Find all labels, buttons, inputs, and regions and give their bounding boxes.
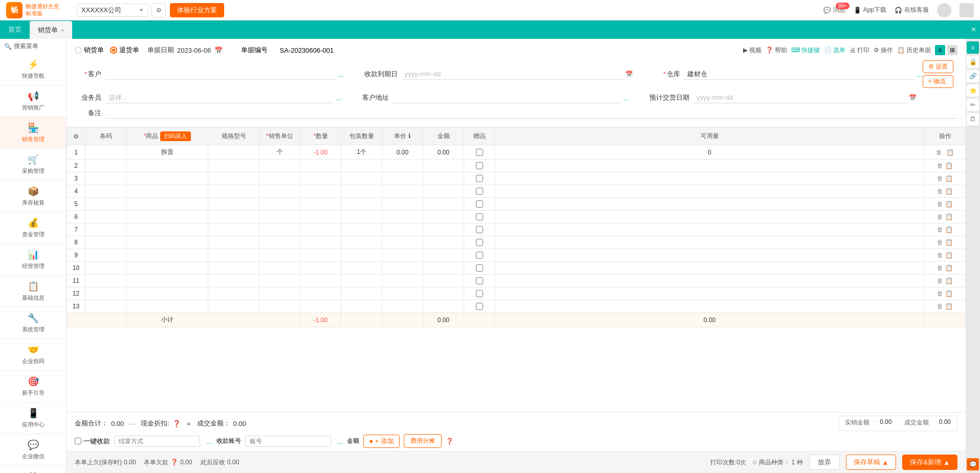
print-btn[interactable]: 🖨 打印 [850,46,869,55]
save-draft-button[interactable]: 保存草稿 ▲ [846,455,897,470]
sidebar-item-marketing[interactable]: 📢 营销推广 [0,85,66,117]
gift-checkbox-2[interactable] [476,162,483,169]
copy-icon-13[interactable]: 📋 [945,303,953,310]
right-panel-btn-6[interactable]: 🗒 [967,113,979,125]
delete-icon-13[interactable]: 🗑 [937,303,943,310]
warehouse-input[interactable] [684,69,914,80]
copy-icon-12[interactable]: 📋 [945,290,953,297]
sidebar-item-wechat[interactable]: 💬 企业微信 [0,434,66,466]
delete-icon-12[interactable]: 🗑 [937,290,943,297]
save-new-button[interactable]: 保存&新增 ▲ [902,455,957,470]
radio-return[interactable]: 退货单 [110,46,139,55]
right-panel-btn-3[interactable]: 🔗 [967,70,979,82]
customer-addr-input[interactable] [393,92,621,103]
footer-help-icon[interactable]: ❓ [446,438,453,445]
gift-checkbox-4[interactable] [476,188,483,195]
nav-close-icon[interactable]: × [971,25,976,34]
copy-icon-3[interactable]: 📋 [945,175,953,182]
gift-checkbox-8[interactable] [476,239,483,246]
online-service-button[interactable]: 🎧 在线客服 [895,6,929,14]
sidebar-item-basic-info[interactable]: 📋 基础信息 [0,276,66,307]
sidebar-item-quick-nav[interactable]: ⚡ 快捷导航 [0,54,66,85]
delete-icon-1[interactable]: 🗑 [936,149,942,156]
delete-icon-3[interactable]: 🗑 [937,175,943,182]
copy-icon-8[interactable]: 📋 [945,239,953,246]
sidebar-item-collab[interactable]: 🤝 企业协同 [0,339,66,371]
sidebar-item-apps[interactable]: 📱 应用中心 [0,402,66,434]
sidebar-item-vip[interactable]: V 畅会员 [0,466,66,473]
video-btn[interactable]: ▶ 视频 [743,46,761,55]
operate-btn[interactable]: ⚙ 操作 [874,46,893,55]
right-panel-btn-2[interactable]: 🔒 [967,56,979,68]
copy-icon-10[interactable]: 📋 [945,264,953,272]
right-panel-btn-1[interactable]: ≡ [967,41,979,54]
gift-checkbox-11[interactable] [476,277,483,284]
balance-owed-help[interactable]: ❓ [170,459,178,466]
delete-icon-10[interactable]: 🗑 [937,264,943,272]
gift-checkbox-10[interactable] [476,264,483,272]
customer-ellipsis[interactable]: ... [338,70,344,78]
delete-icon-6[interactable]: 🗑 [937,213,943,220]
add-button[interactable]: ● + 添加 [363,435,400,448]
remark-input[interactable] [105,107,957,119]
gift-checkbox-7[interactable] [476,226,483,233]
delete-icon-5[interactable]: 🗑 [937,200,943,208]
sidebar-item-system[interactable]: 🔧 系统管理 [0,307,66,339]
salesperson-ellipsis[interactable]: ... [336,94,342,102]
payment-method-ellipsis[interactable]: ... [206,437,212,445]
account-input[interactable] [245,436,331,447]
payment-method-input[interactable] [114,436,200,447]
gift-checkbox-5[interactable] [476,200,483,208]
delete-icon-7[interactable]: 🗑 [937,226,943,233]
one-click-checkbox[interactable] [75,438,81,444]
history-btn[interactable]: 📋 历史单据 [897,46,931,55]
search-menu[interactable]: 🔍 搜索菜单 [0,39,66,54]
expected-date-input[interactable] [693,92,907,103]
list-view-icon[interactable]: ≡ [935,45,945,55]
avatar[interactable] [937,3,951,17]
delete-icon-8[interactable]: 🗑 [937,239,943,246]
trial-button[interactable]: 体验行业方案 [170,3,224,17]
col-settings[interactable]: ⚙ [67,128,85,145]
select-bill-btn[interactable]: 📄 选单 [824,46,845,55]
delete-icon-4[interactable]: 🗑 [937,188,943,195]
shortcut-btn[interactable]: ⌨ 快捷键 [791,46,820,55]
app-download-button[interactable]: 📱 App下载 [854,6,886,14]
abandon-button[interactable]: 放弃 [809,455,840,470]
discount-help-icon[interactable]: ❓ [172,420,181,427]
tab-home[interactable]: 首页 [0,20,30,39]
warehouse-ellipsis[interactable]: ... [917,70,923,78]
scan-button[interactable]: 扫码录入 [160,131,191,141]
radio-sale[interactable]: 销货单 [75,46,104,55]
payment-cal-icon[interactable]: 📅 [625,71,633,78]
right-panel-btn-orange[interactable]: 💬 [967,458,979,470]
sidebar-item-finance[interactable]: 💰 资金管理 [0,212,66,244]
expense-button[interactable]: 费用分摊 [404,434,442,448]
gift-checkbox-9[interactable] [476,252,483,259]
form-settings-button[interactable]: ⚙ 设置 [923,60,953,73]
right-panel-btn-4[interactable]: ⭐ [967,84,979,97]
tab-sales[interactable]: 销货单 × [30,21,72,39]
gift-checkbox-3[interactable] [476,175,483,182]
copy-icon-4[interactable]: 📋 [945,188,953,195]
delete-icon-11[interactable]: 🗑 [937,277,943,284]
copy-icon-2[interactable]: 📋 [945,162,953,169]
message-button[interactable]: 💬 消息 99+ [823,6,845,14]
sidebar-item-operations[interactable]: 📊 经营管理 [0,244,66,276]
sidebar-item-inventory[interactable]: 📦 库存核算 [0,181,66,212]
gift-checkbox-13[interactable] [476,303,483,310]
delete-icon-2[interactable]: 🗑 [937,162,943,169]
customer-input[interactable] [105,69,336,80]
product-type-help[interactable]: ⊙ [752,459,757,466]
settings-icon[interactable]: ⚙ [151,3,166,17]
account-ellipsis[interactable]: ... [337,437,343,445]
copy-icon-6[interactable]: 📋 [945,213,953,220]
grid-view-icon[interactable]: ⊞ [947,45,957,55]
copy-icon-9[interactable]: 📋 [945,252,953,259]
sidebar-item-purchase[interactable]: 🛒 采购管理 [0,149,66,181]
copy-icon-5[interactable]: 📋 [945,200,953,208]
right-panel-btn-5[interactable]: ✏ [967,99,979,111]
gift-checkbox-6[interactable] [476,213,483,220]
company-selector[interactable]: XXXXXX公司 ▼ [77,4,148,17]
user-menu[interactable] [960,3,974,17]
